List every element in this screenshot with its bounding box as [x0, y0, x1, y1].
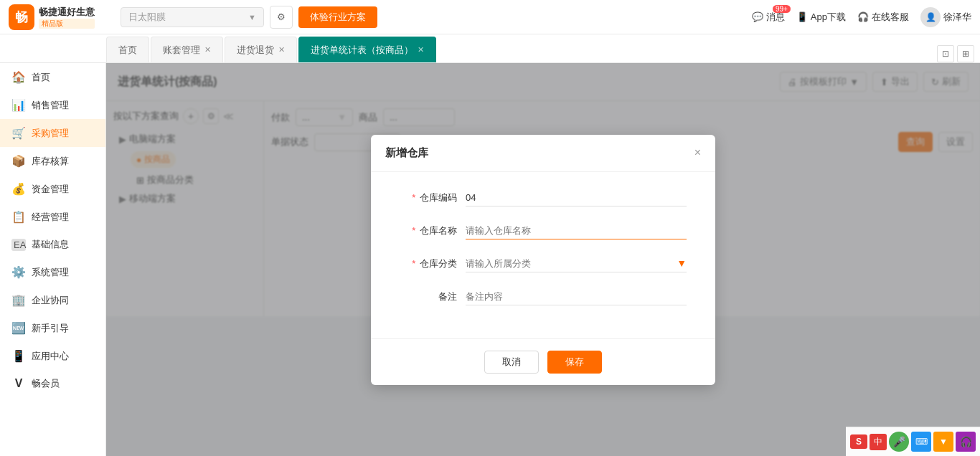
required-star-category: * — [412, 258, 415, 269]
sidebar-sales-label: 销售管理 — [32, 99, 69, 112]
sidebar-item-operations[interactable]: 📋 经营管理 — [0, 203, 105, 231]
customer-service-item[interactable]: 🎧 在线客服 — [857, 11, 909, 24]
sidebar-home-label: 首页 — [32, 71, 50, 84]
form-row-remark: 备注 — [400, 288, 687, 305]
search-dropdown-icon[interactable]: ▼ — [248, 13, 256, 22]
message-icon: 💬 — [752, 11, 763, 22]
sidebar-item-sales[interactable]: 📊 销售管理 — [0, 91, 105, 119]
warehouse-remark-input[interactable] — [466, 288, 687, 305]
chinese-icon[interactable]: 中 — [870, 434, 887, 450]
s-brand-icon: S — [850, 434, 867, 449]
system-icon: ⚙️ — [11, 265, 26, 279]
tab-purchase-return-close[interactable]: ✕ — [278, 45, 285, 54]
operations-icon: 📋 — [11, 210, 26, 224]
cancel-button[interactable]: 取消 — [484, 351, 539, 374]
enterprise-icon: 🏢 — [11, 293, 26, 307]
sidebar-operations-label: 经营管理 — [32, 211, 69, 224]
sidebar-item-basic[interactable]: EA 基础信息 — [0, 231, 105, 258]
sidebar-item-member[interactable]: V 畅会员 — [0, 370, 105, 397]
logo-icon: 畅 — [9, 4, 34, 30]
modal-header: 新增仓库 × — [371, 135, 715, 172]
top-header: 畅 畅捷通好生意 精品版 日太阳膜 ▼ ⚙ 体验行业方案 💬 消息 99+ 📱 … — [0, 0, 980, 34]
tab-purchase-return[interactable]: 进货退货 ✕ — [225, 37, 297, 62]
purchase-icon: 🛒 — [11, 126, 26, 140]
save-button[interactable]: 保存 — [547, 351, 602, 374]
tab-fullscreen-btn[interactable]: ⊞ — [957, 45, 974, 62]
sidebar-enterprise-label: 企业协同 — [32, 294, 69, 307]
tab-account-close[interactable]: ✕ — [204, 45, 211, 54]
tab-purchase-stats[interactable]: 进货单统计表（按商品） ✕ — [298, 37, 436, 62]
category-label: * 仓库分类 — [400, 257, 457, 270]
sidebar-item-finance[interactable]: 💰 资金管理 — [0, 175, 105, 203]
required-star-name: * — [412, 225, 415, 236]
messages-icon-item[interactable]: 💬 消息 99+ — [752, 11, 785, 24]
headset-icon: 🎧 — [857, 11, 869, 22]
inventory-icon: 📦 — [11, 154, 26, 168]
tab-restore-btn[interactable]: ⊡ — [937, 45, 954, 62]
remark-label: 备注 — [400, 290, 457, 303]
sidebar-item-guide[interactable]: 🆕 新手引导 — [0, 314, 105, 342]
sidebar-member-label: 畅会员 — [32, 377, 60, 390]
category-input-wrapper: ▼ — [466, 255, 687, 272]
tab-purchase-stats-close[interactable]: ✕ — [418, 45, 424, 54]
tab-purchase-return-label: 进货退货 — [237, 44, 274, 57]
logo-text-area: 畅捷通好生意 精品版 — [39, 6, 95, 29]
header-search-bar[interactable]: 日太阳膜 ▼ — [121, 7, 264, 27]
sidebar-basic-label: 基础信息 — [32, 238, 69, 251]
mic-icon[interactable]: 🎤 — [889, 432, 909, 452]
content-area: 进货单统计(按商品) 🖨 按模板打印 ▼ ⬆ 导出 ↻ 刷新 — [106, 63, 980, 456]
tab-home[interactable]: 首页 — [106, 37, 149, 62]
tab-home-label: 首页 — [118, 44, 137, 57]
sidebar-item-home[interactable]: 🏠 首页 — [0, 63, 105, 91]
sidebar-finance-label: 资金管理 — [32, 183, 69, 196]
home-icon: 🏠 — [11, 70, 26, 84]
logo-area: 畅 畅捷通好生意 精品版 — [9, 4, 115, 30]
tab-bar: 首页 账套管理 ✕ 进货退货 ✕ 进货单统计表（按商品） ✕ ⊡ ⊞ — [0, 34, 980, 63]
modal-title: 新增仓库 — [385, 146, 428, 160]
sidebar-item-system[interactable]: ⚙️ 系统管理 — [0, 258, 105, 286]
search-text: 日太阳膜 — [128, 11, 245, 24]
category-dropdown-icon[interactable]: ▼ — [677, 257, 687, 269]
basic-icon: EA — [11, 239, 26, 251]
modal-overlay: 新增仓库 × * 仓库编码 * — [106, 63, 980, 456]
tab-account[interactable]: 账套管理 ✕ — [151, 37, 223, 62]
form-row-name: * 仓库名称 — [400, 222, 687, 239]
sidebar: 🏠 首页 📊 销售管理 🛒 采购管理 📦 库存核算 💰 资金管理 📋 经营管理 … — [0, 63, 106, 456]
tab-account-label: 账套管理 — [163, 44, 200, 57]
header-right: 💬 消息 99+ 📱 App下载 🎧 在线客服 👤 徐泽华 — [752, 7, 971, 27]
warehouse-name-input[interactable] — [466, 222, 687, 239]
headset-bottom-icon[interactable]: 🎧 — [956, 432, 976, 452]
user-item[interactable]: 👤 徐泽华 — [920, 7, 971, 27]
experience-button[interactable]: 体验行业方案 — [298, 6, 377, 28]
header-settings-icon[interactable]: ⚙ — [270, 6, 293, 29]
sidebar-purchase-label: 采购管理 — [32, 127, 69, 140]
modal-footer: 取消 保存 — [371, 338, 715, 385]
customer-service-label: 在线客服 — [872, 11, 909, 24]
app-download-label: App下载 — [811, 11, 846, 24]
tab-controls: ⊡ ⊞ — [937, 45, 980, 62]
sales-icon: 📊 — [11, 98, 26, 112]
sidebar-item-purchase[interactable]: 🛒 采购管理 — [0, 119, 105, 147]
tab-purchase-stats-label: 进货单统计表（按商品） — [311, 44, 413, 57]
modal-body: * 仓库编码 * 仓库名称 — [371, 172, 715, 338]
mobile-icon: 📱 — [796, 11, 808, 22]
app-download-item[interactable]: 📱 App下载 — [796, 11, 846, 24]
bottom-settings-icon[interactable]: ▼ — [933, 432, 953, 452]
sidebar-system-label: 系统管理 — [32, 266, 69, 279]
modal-close-btn[interactable]: × — [694, 146, 701, 159]
keyboard-icon[interactable]: ⌨ — [911, 432, 931, 452]
sidebar-item-enterprise[interactable]: 🏢 企业协同 — [0, 286, 105, 314]
app-icon: 📱 — [11, 349, 26, 363]
sidebar-guide-label: 新手引导 — [32, 322, 69, 335]
sidebar-item-app[interactable]: 📱 应用中心 — [0, 342, 105, 370]
warehouse-code-input[interactable] — [466, 189, 687, 206]
app-title: 畅捷通好生意 — [39, 6, 95, 19]
required-star-code: * — [412, 192, 415, 203]
warehouse-category-input[interactable] — [466, 255, 677, 272]
sidebar-item-inventory[interactable]: 📦 库存核算 — [0, 147, 105, 175]
sidebar-inventory-label: 库存核算 — [32, 155, 69, 168]
code-label: * 仓库编码 — [400, 191, 457, 204]
form-row-code: * 仓库编码 — [400, 189, 687, 206]
user-avatar: 👤 — [920, 7, 941, 27]
name-label: * 仓库名称 — [400, 224, 457, 237]
